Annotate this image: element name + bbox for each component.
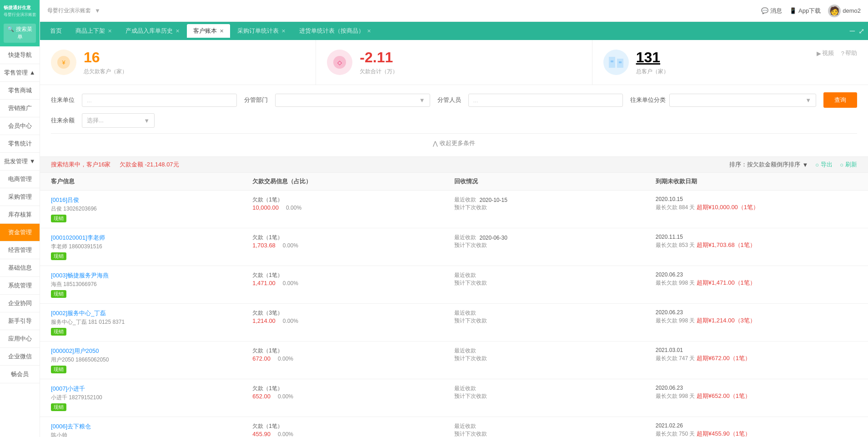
debt-amount-7[interactable]: 455.90 xyxy=(252,431,271,437)
debt-amount-6[interactable]: 652.00 xyxy=(252,393,271,400)
tab-maximize-icon[interactable]: ⤢ xyxy=(858,27,864,35)
sidebar-item-app-center[interactable]: 应用中心 xyxy=(0,330,40,348)
overdue-link-6[interactable]: 超期¥652.00（1笔） xyxy=(697,392,751,399)
sidebar-item-basic-info[interactable]: 基础信息 xyxy=(0,259,40,277)
customer-cell-1: [0016]吕俊 吕俊 13026203696 现销 xyxy=(51,196,252,222)
sidebar-item-enterprise-wechat[interactable]: 企业微信 xyxy=(0,348,40,366)
dept-select[interactable]: ▼ xyxy=(275,94,430,107)
export-button[interactable]: ○ 导出 xyxy=(815,161,833,169)
video-btn[interactable]: ▶ 视频 xyxy=(817,49,834,57)
sidebar-item-enterprise[interactable]: 企业协同 xyxy=(0,295,40,312)
overdue-link-5[interactable]: 超期¥672.00（1笔） xyxy=(697,355,751,362)
sidebar-item-wholesale[interactable]: 批发管理 ▼ xyxy=(0,153,40,171)
overdue-link-4[interactable]: 超期¥1,214.00（3笔） xyxy=(697,317,756,324)
debt-ratio-5: 0.00% xyxy=(278,356,293,362)
debt-amount-5[interactable]: 672.00 xyxy=(252,355,271,362)
tab-product-list[interactable]: 商品上下架 ✕ xyxy=(69,24,118,38)
balance-select[interactable]: 选择... ▼ xyxy=(82,113,155,128)
search-menu-button[interactable]: 🔍 搜索菜单 xyxy=(4,24,36,43)
person-dots: ... xyxy=(473,97,478,104)
person-input[interactable]: ... xyxy=(468,94,623,107)
help-btn[interactable]: ? 帮助 xyxy=(841,49,857,57)
due-cell-5: 2021.03.01 最长欠款 747 天 超期¥672.00（1笔） xyxy=(656,347,857,362)
message-btn[interactable]: 💬 消息 xyxy=(761,7,782,15)
debt-label-4: 欠款（3笔） xyxy=(252,309,454,317)
tab-inbound-history-close[interactable]: ✕ xyxy=(176,28,180,34)
tab-customer-account[interactable]: 客户账本 ✕ xyxy=(187,24,230,38)
customer-name-7[interactable]: [0006]去下粮仓 xyxy=(51,422,252,431)
last-collect-label-3: 最近收款 xyxy=(454,271,476,279)
sidebar-item-ecommerce[interactable]: 电商管理 xyxy=(0,171,40,188)
tab-purchase-stats[interactable]: 采购订单统计表 ✕ xyxy=(231,24,292,38)
dropdown-arrow[interactable]: ▼ xyxy=(95,7,100,14)
app-download-btn[interactable]: 📱 App下载 xyxy=(789,7,821,15)
user-profile[interactable]: 🧑 demo2 xyxy=(828,5,861,17)
unit-category-select[interactable]: ▼ xyxy=(669,94,816,107)
sidebar-item-inventory[interactable]: 库存核算 xyxy=(0,206,40,224)
sidebar-item-operations[interactable]: 经营管理 xyxy=(0,241,40,259)
debt-amount-3[interactable]: 1,471.00 xyxy=(252,280,276,286)
tab-product-list-close[interactable]: ✕ xyxy=(108,28,112,34)
customer-contact-6: 小进千 18279152100 xyxy=(51,394,252,402)
overdue-link-3[interactable]: 超期¥1,471.00（1笔） xyxy=(697,279,756,286)
collapse-button[interactable]: ⋀ 收起更多条件 xyxy=(51,137,857,149)
filter-from-unit: 往来单位 ... xyxy=(51,94,237,107)
sidebar-item-retail-mgmt[interactable]: 零售管理 ▲ xyxy=(0,64,40,82)
tab-inbound-stats-close[interactable]: ✕ xyxy=(367,28,371,34)
debt-ratio-4: 0.00% xyxy=(283,318,298,324)
debt-cell-2: 欠款（1笔） 1,703.68 0.00% xyxy=(252,234,454,249)
tab-purchase-stats-close[interactable]: ✕ xyxy=(281,28,286,34)
refresh-button[interactable]: ○ 刷新 xyxy=(840,161,857,169)
sidebar-item-finance[interactable]: 资金管理 xyxy=(0,224,40,241)
sidebar-item-purchase[interactable]: 采购管理 xyxy=(0,188,40,206)
sidebar-item-vip[interactable]: 畅会员 xyxy=(0,366,40,383)
sidebar-item-system[interactable]: 系统管理 xyxy=(0,277,40,295)
tab-customer-account-close[interactable]: ✕ xyxy=(220,28,224,34)
due-cell-7: 2021.02.26 最长欠款 750 天 超期¥455.90（1笔） xyxy=(656,422,857,437)
debt-ratio-3: 0.00% xyxy=(283,280,298,286)
tab-product-list-label: 商品上下架 xyxy=(75,27,105,35)
next-collect-6: 预计下次收款 xyxy=(454,392,656,400)
overdue-link-1[interactable]: 超期¥10,000.00（1笔） xyxy=(697,204,759,211)
tab-inbound-history[interactable]: 产成品入库单历史 ✕ xyxy=(119,24,186,38)
customer-name-4[interactable]: [0002]服务中心_丁磊 xyxy=(51,309,252,317)
customer-name-6[interactable]: [0007]小进千 xyxy=(51,385,252,393)
header-customer: 客户信息 xyxy=(51,177,252,186)
overdue-info-1: 最长欠款 884 天 超期¥10,000.00（1笔） xyxy=(656,203,857,211)
due-cell-3: 2020.06.23 最长欠款 998 天 超期¥1,471.00（1笔） xyxy=(656,271,857,287)
results-info: 搜索结果中，客户16家 欠款金额 -21,148.07元 xyxy=(51,161,179,169)
stat-card-debt-total: ◇ -2.11 欠款合计（万） xyxy=(316,40,592,85)
sidebar-item-newbie[interactable]: 新手引导 xyxy=(0,312,40,330)
from-unit-input[interactable]: ... xyxy=(82,94,237,107)
customer-name-2[interactable]: [0001020001]李老师 xyxy=(51,234,252,242)
sidebar-item-quick-nav[interactable]: 快捷导航 xyxy=(0,46,40,64)
sidebar-item-retail-mall[interactable]: 零售商城 xyxy=(0,82,40,100)
next-collect-5: 预计下次收款 xyxy=(454,355,656,362)
sidebar-item-marketing[interactable]: 营销推广 xyxy=(0,100,40,117)
overdue-info-3: 最长欠款 998 天 超期¥1,471.00（1笔） xyxy=(656,279,857,287)
query-button[interactable]: 查询 xyxy=(823,92,857,108)
sort-select[interactable]: 排序：按欠款金额倒序排序 ▼ xyxy=(729,161,808,169)
tab-minimize-icon[interactable]: ─ xyxy=(850,27,855,35)
debt-amount-4[interactable]: 1,214.00 xyxy=(252,317,276,324)
tab-home[interactable]: 首页 xyxy=(44,24,68,38)
recovery-cell-4: 最近收款 预计下次收款 xyxy=(454,309,656,325)
customer-cell-6: [0007]小进千 小进千 18279152100 现销 xyxy=(51,385,252,411)
data-table: 客户信息 欠款交易信息（占比） 回收情况 到期未收款日期 [0016]吕俊 吕俊… xyxy=(40,173,868,437)
sidebar-item-retail-stats[interactable]: 零售统计 xyxy=(0,135,40,153)
overdue-link-2[interactable]: 超期¥1,703.68（1笔） xyxy=(697,241,756,248)
overdue-link-7[interactable]: 超期¥455.90（1笔） xyxy=(697,430,751,437)
customer-name-5[interactable]: [000002]用户2050 xyxy=(51,347,252,355)
sidebar-item-member[interactable]: 会员中心 xyxy=(0,117,40,135)
topbar-right: 💬 消息 📱 App下载 🧑 demo2 xyxy=(761,5,861,17)
due-date-2: 2020.11.15 xyxy=(656,234,857,240)
person-label: 分管人员 xyxy=(437,96,465,104)
logo-line1: 畅捷通好生意 xyxy=(4,5,36,11)
header-due-date: 到期未收款日期 xyxy=(656,177,857,186)
total-customers-value: 131 xyxy=(636,49,669,66)
tab-inbound-stats[interactable]: 进货单统计表（按商品） ✕ xyxy=(293,24,377,38)
customer-name-3[interactable]: [0003]畅捷服务尹海燕 xyxy=(51,271,252,280)
customer-name-1[interactable]: [0016]吕俊 xyxy=(51,196,252,204)
debt-amount-1[interactable]: 10,000.00 xyxy=(252,204,279,211)
debt-amount-2[interactable]: 1,703.68 xyxy=(252,242,276,249)
